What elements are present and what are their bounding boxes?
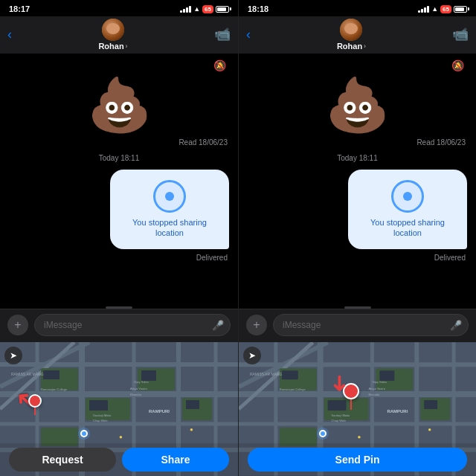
mic-button-right[interactable]: 🎤 [450,320,462,331]
status-bar-right: 18:18 ▲ 65 [239,0,476,16]
svg-text:●: ● [119,434,123,440]
delivered-label-right: Delivered [248,254,467,262]
svg-text:●: ● [190,426,193,433]
avatar-face [106,23,120,34]
svg-text:Ahuja Vastra: Ahuja Vastra [368,387,385,390]
back-button-left[interactable]: ‹ [7,28,12,41]
read-label-left: Read 18/06/23 [9,138,229,147]
nav-center-left[interactable]: Rohan › [98,19,127,51]
input-placeholder-left: iMessage [44,320,82,330]
svg-text:Bhandar: Bhandar [368,393,380,396]
map-area-left: RAMISS AR MARG Ramanujan College Vijay S… [0,342,238,476]
location-text-left: You stopped sharing location [122,217,217,239]
svg-rect-18 [43,370,60,379]
poop-emoji-right: 💩 [248,76,467,134]
mute-icon: 🔕 [213,60,226,71]
location-ring-left [153,180,186,213]
svg-text:●: ● [358,434,361,440]
video-call-button-right[interactable]: 📹 [452,26,469,42]
svg-rect-52 [379,370,394,381]
message-area-right: 🔕 💩 Read 18/06/23 Today 18:11 You stoppe… [239,54,476,303]
nav-bar-left: ‹ Rohan › 📹 [0,16,238,54]
compass-button-right[interactable]: ➤ [243,347,261,364]
map-area-right: RAMISS AR MARG Ramanujan College Vijay S… [239,342,476,476]
location-text-right: You stopped sharing location [360,217,455,239]
input-wrapper-left: iMessage 🎤 [34,314,231,336]
wifi-icon-right: ▲ [431,5,438,13]
svg-text:Sardarji Malai: Sardarji Malai [332,414,350,417]
battery-icon [216,6,229,13]
location-bubble-inner-left: You stopped sharing location [110,170,229,249]
nav-center-right[interactable]: Rohan › [337,19,366,51]
svg-text:Ramanujan College: Ramanujan College [41,387,68,391]
svg-text:RAMPURI: RAMPURI [149,409,170,414]
wifi-icon: ▲ [193,5,200,13]
avatar-right [340,19,362,41]
input-bar-left: + iMessage 🎤 [0,309,238,342]
pin-head-left [28,394,42,408]
mute-indicator-right: 🔕 [248,60,467,71]
map-overlay-left: Request Share [0,443,238,476]
location-bubble-left: You stopped sharing location [9,170,229,249]
avatar-face-right [344,23,358,34]
svg-rect-21 [186,400,199,409]
nav-bar-right: ‹ Rohan › 📹 [239,16,476,54]
pin-tail-right [350,399,352,410]
network-badge-right: 65 [440,5,451,13]
compass-icon-right: ➤ [248,350,256,361]
plus-button-left[interactable]: + [7,315,28,335]
svg-text:RAMPURI: RAMPURI [387,409,408,414]
today-label-left: Today 18:11 [9,154,229,162]
status-time-right: 18:18 [248,4,268,13]
location-dot-left [165,192,174,201]
compass-icon-left: ➤ [10,350,17,361]
location-dot-right [403,192,412,201]
message-input-right[interactable]: iMessage 🎤 [273,314,469,336]
red-arrow-right: ➜ [327,374,353,393]
svg-text:Ahuja Vastra: Ahuja Vastra [130,387,147,390]
svg-text:Sardarji Malai: Sardarji Malai [93,414,112,417]
status-icons-right: ▲ 65 [418,5,467,13]
name-chevron-icon-right: › [364,42,366,50]
back-chevron-icon-right: ‹ [246,28,251,41]
mute-icon-right: 🔕 [451,60,464,71]
mute-indicator-left: 🔕 [9,60,229,71]
battery-icon-right [454,6,467,13]
delivered-label-left: Delivered [9,254,229,262]
avatar-image [102,19,124,41]
contact-name-right: Rohan › [337,42,366,51]
svg-rect-19 [89,400,108,411]
video-call-button-left[interactable]: 📹 [214,26,231,42]
send-pin-button[interactable]: Send Pin [248,448,467,472]
map-pin-left [28,394,42,415]
svg-rect-53 [424,400,437,409]
request-button[interactable]: Request [9,448,116,472]
compass-button-left[interactable]: ➤ [4,347,22,364]
name-chevron-icon: › [126,42,128,50]
svg-text:RAMISS AR MARG: RAMISS AR MARG [250,372,282,376]
share-button[interactable]: Share [122,448,229,472]
avatar-left [102,19,124,41]
input-bar-right: + iMessage 🎤 [239,309,476,342]
svg-text:Chap Wale: Chap Wale [93,419,108,422]
blue-dot-right [319,430,327,437]
input-placeholder-right: iMessage [283,320,321,330]
svg-text:●: ● [428,426,431,433]
back-button-right[interactable]: ‹ [246,28,251,41]
svg-text:Vijay Sales: Vijay Sales [372,380,387,384]
back-chevron-icon: ‹ [7,28,12,41]
mic-button-left[interactable]: 🎤 [212,320,224,331]
location-ring-right [391,180,424,213]
blue-dot-left [80,430,88,437]
plus-button-right[interactable]: + [246,315,267,335]
today-label-right: Today 18:11 [248,154,467,162]
message-input-left[interactable]: iMessage 🎤 [34,314,231,336]
read-label-right: Read 18/06/23 [248,138,467,147]
pin-tail-left [34,408,36,415]
location-bubble-right: You stopped sharing location [248,170,467,249]
message-area-left: 🔕 💩 Read 18/06/23 Today 18:11 You stoppe… [0,54,238,303]
svg-text:Ramanujan College: Ramanujan College [280,387,306,391]
phone-panel-right: 18:18 ▲ 65 ‹ Roh [238,0,476,476]
input-wrapper-right: iMessage 🎤 [273,314,469,336]
location-bubble-inner-right: You stopped sharing location [348,170,467,249]
